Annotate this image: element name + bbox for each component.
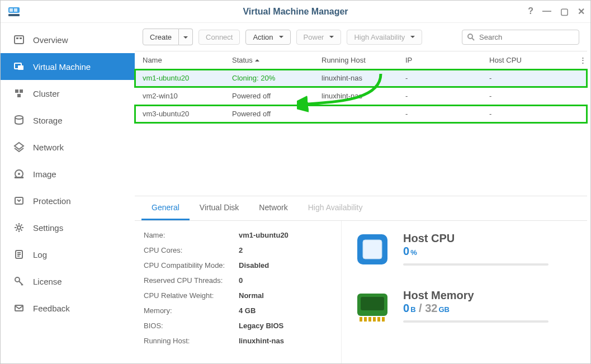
svg-rect-2 <box>14 8 17 12</box>
cell-host: linuxhint-nas <box>314 87 398 105</box>
minimize-icon[interactable]: — <box>542 6 551 17</box>
sidebar-item-log[interactable]: Log <box>1 241 135 268</box>
tab-virtual-disk[interactable]: Virtual Disk <box>190 196 249 220</box>
power-button[interactable]: Power <box>296 30 342 45</box>
cell-ip: - <box>398 105 481 122</box>
svg-rect-4 <box>15 36 23 44</box>
sidebar-item-label: Storage <box>33 116 63 125</box>
cluster-icon <box>13 88 25 99</box>
toolbar: Create Connect Action Power High Availab… <box>135 23 587 51</box>
col-host[interactable]: Running Host <box>314 51 398 69</box>
prop-row: Name:vm1-ubuntu20 <box>144 228 332 243</box>
metric-label: Host CPU <box>403 232 549 245</box>
svg-rect-10 <box>20 89 23 93</box>
tab-general[interactable]: General <box>141 196 190 220</box>
table-row[interactable]: vm2-win10 Powered off linuxhint-nas - - <box>135 87 587 105</box>
gear-icon <box>13 222 25 233</box>
table-row[interactable]: vm1-ubuntu20 Cloning: 20% linuxhint-nas … <box>135 69 587 87</box>
svg-rect-30 <box>377 317 380 322</box>
search-box[interactable] <box>462 30 579 45</box>
sidebar-item-storage[interactable]: Storage <box>1 107 135 134</box>
protection-icon <box>13 195 25 206</box>
cell-ip: - <box>398 69 481 87</box>
prop-row: CPU Compatibility Mode:Disabled <box>144 258 332 273</box>
col-more[interactable]: ⋮ <box>571 51 587 69</box>
action-button[interactable]: Action <box>245 30 290 45</box>
window-title: Virtual Machine Manager <box>243 7 348 17</box>
sidebar-item-feedback[interactable]: Feedback <box>1 295 135 322</box>
svg-rect-28 <box>368 317 371 322</box>
cell-name: vm2-win10 <box>135 87 224 105</box>
help-icon[interactable]: ? <box>528 6 533 17</box>
sidebar-item-protection[interactable]: Protection <box>1 187 135 214</box>
tab-network[interactable]: Network <box>249 196 297 220</box>
vm-table: Name Status Running Host IP Host CPU ⋮ v… <box>135 51 587 123</box>
col-status[interactable]: Status <box>224 51 314 69</box>
sidebar-item-cluster[interactable]: Cluster <box>1 80 135 107</box>
network-icon <box>13 141 25 153</box>
close-icon[interactable]: ✕ <box>578 6 585 17</box>
cell-status: Cloning: 20% <box>224 69 314 87</box>
metric-value: 0B / 32GB <box>403 302 549 315</box>
svg-rect-27 <box>364 317 367 322</box>
sidebar-item-virtual-machine[interactable]: Virtual Machine <box>1 53 135 80</box>
cell-cpu: - <box>481 69 587 87</box>
title-bar: Virtual Machine Manager ? — ▢ ✕ <box>1 1 590 23</box>
sidebar-item-overview[interactable]: Overview <box>1 26 135 53</box>
connect-button[interactable]: Connect <box>198 30 240 45</box>
sidebar-item-label: Virtual Machine <box>33 62 91 72</box>
vm-properties: Name:vm1-ubuntu20 CPU Cores:2 CPU Compat… <box>135 221 342 363</box>
sidebar-item-settings[interactable]: Settings <box>1 214 135 241</box>
sidebar-item-image[interactable]: Image <box>1 160 135 187</box>
sidebar-item-label: License <box>33 277 62 286</box>
cell-host: linuxhint-nas <box>314 69 398 87</box>
svg-rect-8 <box>18 65 23 70</box>
sidebar-item-label: Settings <box>33 223 63 233</box>
metric-bar <box>403 320 549 323</box>
app-icon <box>7 5 21 18</box>
sidebar-item-label: Network <box>33 143 64 152</box>
metric-label: Host Memory <box>403 289 549 302</box>
sidebar-item-license[interactable]: License <box>1 268 135 295</box>
sidebar-item-label: Cluster <box>33 89 60 98</box>
cpu-chip-icon <box>355 232 390 267</box>
vm-icon <box>13 61 25 72</box>
prop-row: Running Host:linuxhint-nas <box>144 333 332 348</box>
sidebar-item-label: Overview <box>33 35 68 45</box>
create-button[interactable]: Create <box>143 29 179 45</box>
cell-host <box>314 110 398 119</box>
metrics-pane: Host CPU 0% Host Memory <box>342 221 587 363</box>
search-input[interactable] <box>478 32 574 42</box>
svg-rect-15 <box>15 177 23 178</box>
detail-pane: General Virtual Disk Network High Availa… <box>135 196 587 363</box>
svg-rect-11 <box>17 94 21 97</box>
svg-rect-5 <box>16 37 18 39</box>
svg-rect-26 <box>360 317 362 322</box>
svg-rect-23 <box>363 240 382 259</box>
image-icon <box>13 168 25 179</box>
window-controls: ? — ▢ ✕ <box>528 6 585 17</box>
sort-asc-icon <box>253 56 259 64</box>
sidebar-item-network[interactable]: Network <box>1 134 135 160</box>
svg-point-12 <box>15 116 23 119</box>
svg-rect-25 <box>361 297 384 310</box>
cell-name: vm3-ubuntu20 <box>135 105 224 122</box>
tab-high-availability[interactable]: High Availability <box>298 196 373 220</box>
table-row[interactable]: vm3-ubuntu20 Powered off - - <box>135 105 587 123</box>
sidebar-item-label: Log <box>33 250 47 259</box>
main-content: Create Connect Action Power High Availab… <box>135 23 590 363</box>
col-ip[interactable]: IP <box>398 51 481 69</box>
cell-status: Powered off <box>224 87 314 105</box>
detail-tabs: General Virtual Disk Network High Availa… <box>135 196 587 221</box>
maximize-icon[interactable]: ▢ <box>560 6 569 17</box>
col-cpu[interactable]: Host CPU <box>481 51 571 69</box>
mail-icon <box>13 302 25 314</box>
cell-status: Powered off <box>224 105 314 122</box>
create-dropdown[interactable] <box>179 29 193 45</box>
col-name[interactable]: Name <box>135 51 224 69</box>
svg-point-21 <box>468 34 472 39</box>
sidebar-item-label: Image <box>33 169 56 179</box>
prop-row: CPU Relative Weight:Normal <box>144 288 332 303</box>
high-availability-button[interactable]: High Availability <box>347 30 422 45</box>
memory-chip-icon <box>355 289 390 324</box>
